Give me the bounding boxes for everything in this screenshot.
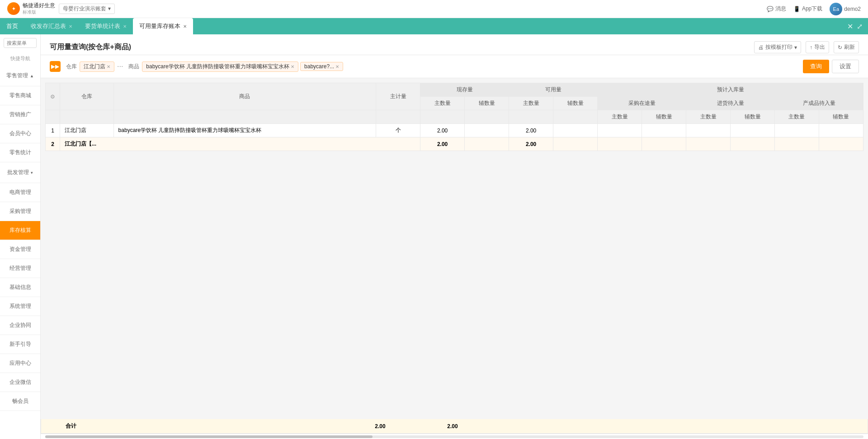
sidebar-item-marketing[interactable]: 营销推广 (0, 105, 40, 124)
warehouse-tag-close[interactable]: ✕ (107, 64, 110, 69)
table-row: 1 江北门店 babycare学饮杯 儿童防摔防撞吸管杯重力球吸嘴杯宝宝水杯 个… (46, 124, 863, 137)
table-footer: 合计 2.00 2.00 (41, 419, 868, 434)
sidebar-item-retail-stats[interactable]: 零售统计 (0, 143, 40, 162)
tab-available-stock[interactable]: 可用量库存账本 ✕ (133, 18, 193, 34)
sidebar-item-app-center[interactable]: 应用中心 (0, 354, 40, 373)
search-input[interactable] (4, 38, 37, 48)
td-subtotal-purchase-aux (642, 137, 686, 151)
th-empty4 (376, 110, 420, 124)
app-icon: 📱 (793, 6, 800, 12)
page-title: 可用量查询(按仓库+商品) (50, 42, 131, 52)
chevron-down-icon: ▾ (108, 5, 111, 12)
settings-btn[interactable]: 设置 (832, 60, 859, 73)
td-main-unit: 个 (376, 124, 420, 137)
td-subtotal-purchase-main (598, 137, 642, 151)
filter-expand-btn[interactable]: ▶▶ (50, 61, 61, 72)
logo-area: ✦ 畅捷通好生意 标准版 (7, 2, 55, 15)
tab-receipt-close[interactable]: ✕ (69, 24, 72, 29)
td-stock-main: 2.00 (420, 124, 465, 137)
sidebar-item-purchase-mgmt[interactable]: 采购管理 (0, 202, 40, 221)
logo-text: 畅捷通好生意 (23, 2, 55, 9)
warehouse-tags: 江北门店 ✕ (80, 61, 114, 72)
th-finished-main: 主数量 (775, 110, 819, 124)
product-tag-close[interactable]: ✕ (291, 64, 294, 69)
gear-icon[interactable]: ⚙ (50, 94, 55, 100)
sidebar: 快捷导航 零售管理 ▲ 零售商城 营销推广 会员中心 零售统计 批发管理 ▾ 电… (0, 34, 41, 439)
user-area[interactable]: Ea demo2 (830, 3, 861, 15)
app-download-btn[interactable]: 📱 App下载 (793, 5, 822, 13)
print-btn[interactable]: 🖨 按模板打印 ▾ (754, 41, 801, 53)
filter-warehouse-group: 仓库 江北门店 ✕ ··· (66, 61, 123, 72)
th-empty7 (509, 110, 553, 124)
sidebar-member-center-label: 会员中心 (9, 130, 31, 137)
refresh-icon: ↻ (838, 44, 842, 51)
sidebar-item-enterprise-wechat[interactable]: 企业微信 (0, 373, 40, 392)
th-available: 可用量 (509, 83, 598, 97)
scroll-track[interactable] (45, 435, 863, 438)
sidebar-item-enterprise-collab[interactable]: 企业协同 (0, 316, 40, 335)
sidebar-retail-mgmt-label: 零售管理 (6, 72, 28, 80)
sidebar-item-new-guide[interactable]: 新手引导 (0, 335, 40, 354)
sidebar-item-ops-mgmt[interactable]: 经营管理 (0, 259, 40, 278)
product-tag-babycare: babycare学饮杯 儿童防摔防撞吸管杯重力球吸嘴杯宝宝水杯 ✕ (142, 61, 298, 72)
export-btn[interactable]: ↑ 导出 (806, 41, 829, 53)
tab-order-close[interactable]: ✕ (123, 24, 127, 29)
th-estimated-inbound: 预计入库量 (598, 83, 863, 97)
industry-selector[interactable]: 母婴行业演示账套 ▾ (59, 4, 115, 14)
product-tag-babycare2: babycare?... ✕ (300, 62, 343, 71)
th-stock-main-qty: 主数量 (420, 97, 465, 110)
sidebar-member-vip-label: 畅会员 (12, 397, 28, 405)
avatar: Ea (830, 3, 842, 15)
footer-available-main: 2.00 (434, 423, 471, 430)
td-subtotal-stock-main: 2.00 (420, 137, 465, 151)
tab-available-close[interactable]: ✕ (183, 24, 187, 29)
table-area: ⚙ 仓库 商品 主计量 现存量 可用量 预计入库量 主数量 辅数量 主数量 辅数… (41, 78, 868, 419)
tab-receipt-label: 收发存汇总表 (31, 22, 66, 30)
data-table: ⚙ 仓库 商品 主计量 现存量 可用量 预计入库量 主数量 辅数量 主数量 辅数… (45, 83, 863, 151)
message-btn[interactable]: 💬 消息 (767, 5, 786, 13)
sidebar-item-system-mgmt[interactable]: 系统管理 (0, 297, 40, 316)
close-all-btn[interactable]: ✕ (847, 22, 853, 31)
query-btn[interactable]: 查询 (803, 60, 829, 73)
refresh-btn[interactable]: ↻ 刷新 (834, 41, 859, 53)
td-finished-main (775, 124, 819, 137)
expand-btn[interactable]: ⤢ (857, 22, 863, 31)
warehouse-more-btn[interactable]: ··· (117, 62, 123, 71)
sidebar-item-inventory-check[interactable]: 库存核算 (0, 221, 40, 240)
sidebar-item-member-center[interactable]: 会员中心 (0, 124, 40, 143)
sidebar-item-retail-mgmt[interactable]: 零售管理 ▲ (0, 66, 40, 86)
td-product: babycare学饮杯 儿童防摔防撞吸管杯重力球吸嘴杯宝宝水杯 (113, 124, 376, 137)
td-subtotal-inbound-main (686, 137, 731, 151)
th-available-main-qty: 主数量 (509, 97, 553, 110)
th-empty5 (420, 110, 465, 124)
sidebar-nav-label[interactable]: 快捷导航 (0, 52, 40, 66)
sidebar-item-wholesale-mgmt[interactable]: 批发管理 ▾ (0, 162, 40, 183)
top-bar-right: 💬 消息 📱 App下载 Ea demo2 (767, 3, 861, 15)
sidebar-finance-label: 资金管理 (9, 245, 31, 253)
td-subtotal-finished-main (775, 137, 819, 151)
message-icon: 💬 (767, 6, 774, 12)
sidebar-new-guide-label: 新手引导 (9, 340, 31, 348)
product-tag2-close[interactable]: ✕ (335, 64, 339, 69)
td-subtotal-available-aux (553, 137, 598, 151)
td-finished-aux (819, 124, 863, 137)
tab-order-stats[interactable]: 要货单统计表 ✕ (79, 18, 133, 34)
td-available-aux (553, 124, 598, 137)
td-stock-aux (465, 124, 509, 137)
sidebar-item-retail-mall[interactable]: 零售商城 (0, 86, 40, 105)
sidebar-item-ecommerce[interactable]: 电商管理 (0, 183, 40, 202)
chevron-up-icon: ▲ (30, 74, 34, 78)
tab-receipt-summary[interactable]: 收发存汇总表 ✕ (24, 18, 79, 34)
tab-home[interactable]: 首页 (0, 18, 24, 34)
sidebar-item-member-vip[interactable]: 畅会员 (0, 392, 40, 411)
sidebar-app-center-label: 应用中心 (9, 359, 31, 367)
td-subtotal-finished-aux (819, 137, 863, 151)
scroll-thumb[interactable] (45, 435, 373, 438)
th-current-stock: 现存量 (420, 83, 509, 97)
product-label: 商品 (128, 63, 139, 71)
sidebar-item-basic-info[interactable]: 基础信息 (0, 278, 40, 297)
td-subtotal-available-main: 2.00 (509, 137, 553, 151)
td-purchase-transit-aux (642, 124, 686, 137)
th-empty3 (113, 110, 376, 124)
sidebar-item-finance-mgmt[interactable]: 资金管理 (0, 240, 40, 259)
